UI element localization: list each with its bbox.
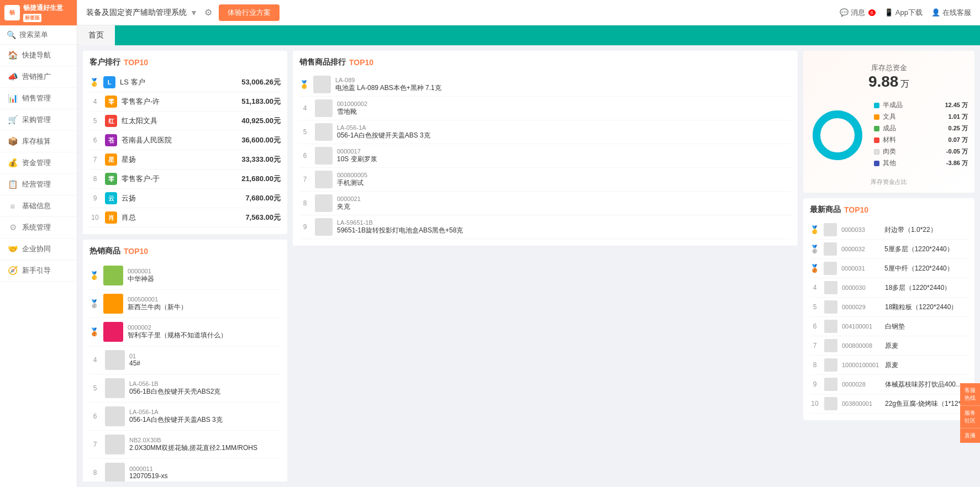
- hot-product-item: 7 NB2.0X30B 2.0X30MM双搓花轴,搓花直径2.1MM/ROHS: [89, 431, 281, 459]
- new-product-name-4: 18多层（1220*2440）: [885, 283, 968, 293]
- new-product-num-8: 8: [810, 361, 820, 369]
- customer-amount-6: 21,680.00元: [241, 174, 281, 184]
- hot-products-title: 热销商品 TOP10: [89, 246, 281, 256]
- sale-product-code-6: 0000021: [337, 195, 791, 202]
- sidebar-item-marketing[interactable]: 📣 营销推广: [0, 66, 77, 88]
- inventory-label: 库存总资金: [871, 63, 907, 72]
- topbar: 装备及固定资产辅助管理系统 ▼ ⚙ 体验行业方案 💬 消息 6 📱 App下载 …: [77, 0, 980, 25]
- online-service-button[interactable]: 👤 在线客服: [931, 8, 971, 18]
- system-icon: ⚙: [8, 223, 18, 232]
- inventory-unit: 万: [900, 79, 909, 88]
- sales-icon: 📊: [8, 93, 18, 103]
- legend-val-0: 12.45 万: [945, 101, 968, 109]
- purchase-icon: 🛒: [8, 115, 18, 125]
- legend-dot-4: [874, 149, 879, 155]
- customer-name-1: LS 客户: [120, 77, 237, 87]
- trial-button[interactable]: 体验行业方案: [219, 4, 280, 21]
- hot-product-item: 🥈 000500001 新西兰牛肉（新牛）: [89, 290, 281, 318]
- rank-num: 6: [299, 152, 310, 160]
- new-product-code-6: 004100001: [842, 323, 881, 330]
- medal-bronze-icon: 🥉: [89, 327, 99, 336]
- customer-amount-2: 51,183.00元: [241, 97, 281, 107]
- customer-name-5: 星扬: [122, 155, 237, 165]
- donut-chart-wrapper: 半成品 12.45 万 文具 1.01 万 成品 0.25 万: [810, 96, 968, 174]
- app-download-button[interactable]: 📱 App下载: [884, 8, 923, 18]
- sidebar-item-enterprise[interactable]: 🤝 企业协同: [0, 239, 77, 260]
- dropdown-icon: ▼: [190, 8, 198, 17]
- customer-badge-3: 红: [105, 115, 117, 127]
- new-product-img-6: [824, 320, 837, 333]
- sidebar-item-quick-nav[interactable]: 🏠 快捷导航: [0, 45, 77, 66]
- hot-product-info-3: 0000002 智利车子里（规格不知道填什么）: [128, 324, 281, 340]
- medal-icon: 🥉: [810, 264, 819, 273]
- hot-products-top-label: TOP10: [124, 247, 148, 256]
- customer-rank-list: 🥇 L LS 客户 53,006.26元 4 零 零售客户-许 51,183.0…: [89, 73, 281, 227]
- settings-icon[interactable]: ⚙: [204, 7, 212, 18]
- hot-product-name-2: 新西兰牛肉（新牛）: [128, 303, 281, 312]
- sale-product-name-3: 056-1A白色按键开关盖ABS 3克: [337, 131, 791, 140]
- sidebar-item-label: 销售管理: [22, 93, 51, 103]
- new-product-img-4: [824, 281, 837, 294]
- new-product-item-6: 6 004100001 白钢垫: [810, 317, 968, 336]
- new-product-num-5: 5: [810, 303, 820, 311]
- hot-product-info-8: 0000011 12070519-xs: [129, 465, 281, 480]
- sale-product-img-3: [315, 123, 333, 141]
- rank-num: 4: [299, 104, 310, 112]
- tab-home[interactable]: 首页: [77, 25, 115, 45]
- search-menu[interactable]: 🔍 搜索菜单: [0, 25, 77, 45]
- sidebar-item-label: 经营管理: [22, 179, 51, 189]
- medal-icon: 🥇: [299, 80, 309, 89]
- svg-point-1: [816, 114, 858, 156]
- sale-product-info-1: LA-089 电池盖 LA-089 ABS本色+黑种 7.1克: [335, 77, 791, 93]
- sale-product-rank-top-label: TOP10: [349, 58, 373, 67]
- sale-product-item: 9 LA-59651-1B 59651-1B旋转投影灯电池盒ABS黑色+58克: [299, 215, 791, 239]
- new-product-code-10: 003800001: [842, 400, 881, 407]
- hot-num-8: 8: [89, 469, 101, 477]
- sidebar-item-base-info[interactable]: ≡ 基础信息: [0, 195, 77, 217]
- sidebar-item-label: 新手引导: [22, 266, 51, 276]
- hot-product-code-5: LA-056-1B: [129, 380, 281, 387]
- sale-product-item: 8 0000021 夹克: [299, 192, 791, 215]
- customer-badge-5: 星: [105, 153, 117, 166]
- sale-product-item: 5 LA-056-1A 056-1A白色按键开关盖ABS 3克: [299, 120, 791, 144]
- sidebar-item-sales[interactable]: 📊 销售管理: [0, 88, 77, 109]
- customer-badge-8: 肖: [105, 211, 117, 224]
- sidebar-item-label: 营销推广: [22, 72, 51, 82]
- hot-products-title-text: 热销商品: [89, 246, 120, 256]
- sale-product-img-6: [315, 194, 333, 212]
- sidebar-item-operations[interactable]: 📋 经营管理: [0, 174, 77, 195]
- customer-amount-4: 36,600.00元: [241, 135, 281, 145]
- sidebar-item-system[interactable]: ⚙ 系统管理: [0, 217, 77, 239]
- hot-product-info-1: 0000001 中华神器: [128, 268, 281, 284]
- sidebar-item-inventory[interactable]: 📦 库存核算: [0, 131, 77, 152]
- sidebar-item-guide[interactable]: 🧭 新手引导: [0, 260, 77, 282]
- hot-products-list: 🥇 0000001 中华神器 🥈 000500001 新西兰牛肉（新牛）: [89, 262, 281, 481]
- customer-badge-4: 苍: [105, 134, 117, 146]
- sale-product-rank-card: 销售商品排行 TOP10 🥇 LA-089 电池盖 LA-089 ABS本色+黑…: [293, 51, 798, 246]
- hot-num-5: 5: [89, 384, 101, 392]
- float-service-community[interactable]: 服务社区: [960, 406, 980, 428]
- new-product-code-9: 0000028: [842, 381, 881, 388]
- app-label: App下载: [895, 8, 923, 18]
- hot-product-code-2: 000500001: [128, 296, 281, 303]
- message-button[interactable]: 💬 消息 6: [840, 8, 876, 18]
- sidebar-item-finance[interactable]: 💰 资金管理: [0, 152, 77, 174]
- new-product-code-1: 0000033: [841, 226, 880, 233]
- hot-num-4: 4: [89, 356, 101, 364]
- rank-num-3: 5: [89, 117, 101, 125]
- legend-dot-1: [874, 114, 879, 120]
- donut-chart: [810, 108, 865, 163]
- rank-num: 8: [299, 199, 310, 207]
- float-service-live[interactable]: 直播: [960, 428, 980, 443]
- hot-product-name-1: 中华神器: [128, 274, 281, 284]
- customer-name-7: 云扬: [122, 193, 241, 203]
- float-service-hotline[interactable]: 客服热线: [960, 383, 980, 406]
- customer-badge-7: 云: [105, 192, 117, 204]
- new-product-img-10: [824, 397, 837, 410]
- customer-rank-item: 8 零 零售客户-于 21,680.00元: [89, 170, 281, 189]
- hot-product-item: 6 LA-056-1A 056-1A白色按键开关盖ABS 3克: [89, 403, 281, 431]
- new-product-item-4: 4 0000030 18多层（1220*2440）: [810, 278, 968, 298]
- rank-num-7: 9: [89, 194, 101, 202]
- nav-tabs: 首页: [77, 25, 980, 45]
- sidebar-item-purchase[interactable]: 🛒 采购管理: [0, 109, 77, 131]
